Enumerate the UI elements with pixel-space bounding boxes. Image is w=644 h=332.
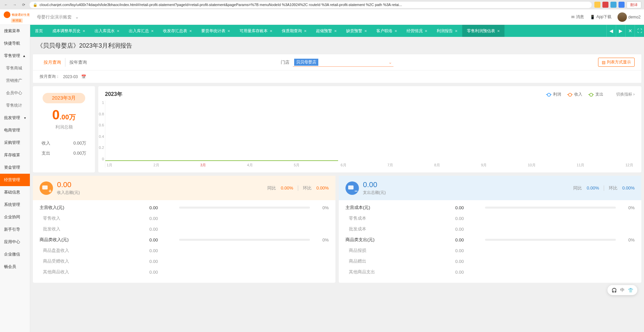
- tab-item[interactable]: 可用量库存账本✕: [235, 25, 277, 37]
- lang-toggle[interactable]: 中: [620, 287, 625, 293]
- sidebar-item[interactable]: 电商管理: [0, 124, 30, 136]
- user-menu[interactable]: demo2: [618, 12, 641, 22]
- tab-item[interactable]: 经营情况✕: [402, 25, 432, 37]
- headset-icon[interactable]: 🎧: [611, 288, 617, 293]
- close-icon[interactable]: ✕: [334, 29, 337, 33]
- url-bar[interactable]: 🔒 cloud.chanjet.com/lisy/u400r74daqxh/lo…: [30, 2, 592, 8]
- tab-item[interactable]: 要货单统计表✕: [197, 25, 235, 37]
- tab-close-all-button[interactable]: ✕: [625, 25, 635, 37]
- income-amount: 0.00: [57, 180, 80, 189]
- close-icon[interactable]: ✕: [304, 29, 307, 33]
- sidebar-item[interactable]: 企业微信: [0, 248, 30, 261]
- tenant-select[interactable]: 母婴行业演示账套 ⌄: [37, 14, 79, 20]
- tab-controls: ◀ ▶ ✕ ⛶: [606, 25, 644, 37]
- message-button[interactable]: ✉ 消息: [571, 14, 584, 20]
- detail-row: 商品受赠收入0.00: [40, 256, 329, 267]
- tab-item[interactable]: 零售利润预估表✕: [462, 25, 504, 37]
- close-icon[interactable]: ✕: [227, 29, 230, 33]
- chart-legend: 利润 收入 支出 切换指标 ›: [546, 92, 635, 97]
- sidebar-item[interactable]: 企业协同: [0, 211, 30, 223]
- sidebar-item[interactable]: 经营管理: [0, 174, 30, 186]
- chart-body[interactable]: 10.80.60.40.20 1月2月3月4月5月6月7月8月9月10月11月1…: [105, 101, 635, 168]
- sidebar-item[interactable]: 搜索菜单: [0, 25, 30, 37]
- close-icon[interactable]: ✕: [425, 29, 427, 33]
- shirt-icon[interactable]: 👕: [628, 288, 633, 293]
- tab-item[interactable]: 超储预警✕: [311, 25, 341, 37]
- close-icon[interactable]: ✕: [364, 29, 367, 33]
- sidebar-item[interactable]: 基础信息: [0, 186, 30, 199]
- fullscreen-button[interactable]: ⛶: [635, 25, 644, 37]
- browser-nav: ← → ⟳: [3, 1, 27, 8]
- switch-indicator[interactable]: 切换指标 ›: [616, 92, 635, 97]
- filter-panel: 按月查询 按年查询 门店 贝贝母婴店 ⌄ ▤ 列表方式显示 按月查询： 202: [33, 54, 641, 83]
- close-icon[interactable]: ✕: [189, 29, 192, 33]
- close-icon[interactable]: ✕: [117, 29, 119, 33]
- download-button[interactable]: 📱 App下载: [590, 14, 611, 20]
- query-date[interactable]: 2023-03: [63, 74, 78, 79]
- sidebar-item[interactable]: 零售统计: [0, 99, 30, 112]
- sidebar-item[interactable]: 会员中心: [0, 87, 30, 99]
- filter-tab-month[interactable]: 按月查询: [40, 58, 65, 67]
- sidebar-item[interactable]: 批发管理▾: [0, 112, 30, 124]
- close-icon[interactable]: ✕: [151, 29, 154, 33]
- close-icon[interactable]: ✕: [394, 29, 397, 33]
- avatar: [618, 12, 627, 22]
- sidebar-item[interactable]: 零售管理▲: [0, 50, 30, 62]
- header-right: ✉ 消息 📱 App下载 demo2: [571, 12, 641, 22]
- float-tools[interactable]: 🎧 中 👕: [607, 285, 637, 295]
- sidebar-item[interactable]: 库存核算: [0, 149, 30, 161]
- reload-button[interactable]: ⟳: [20, 1, 27, 8]
- message-label: 消息: [576, 14, 584, 20]
- extension-icon[interactable]: [619, 2, 625, 8]
- tab-prev-button[interactable]: ◀: [606, 25, 616, 37]
- close-icon[interactable]: ✕: [455, 29, 458, 33]
- tab-item[interactable]: 首页: [30, 25, 48, 37]
- list-view-button[interactable]: ▤ 列表方式显示: [598, 58, 635, 67]
- browser-actions: 翻译: [594, 1, 641, 8]
- extension-icon[interactable]: [594, 2, 600, 8]
- logo[interactable]: 畅捷通好生意 标准版: [3, 11, 30, 23]
- calendar-icon[interactable]: 📅: [81, 74, 86, 79]
- tab-item[interactable]: 保质期查询✕: [277, 25, 311, 37]
- close-icon[interactable]: ✕: [497, 29, 500, 33]
- close-icon[interactable]: ✕: [83, 29, 85, 33]
- detail-row: 主营收入(元)0.000%: [40, 202, 329, 213]
- forward-button[interactable]: →: [11, 1, 18, 8]
- tab-item[interactable]: 客户联络✕: [372, 25, 402, 37]
- tab-item[interactable]: 出入库汇总✕: [124, 25, 158, 37]
- sidebar-item[interactable]: 畅会员: [0, 261, 30, 273]
- sidebar-item[interactable]: 营销推广: [0, 74, 30, 87]
- sidebar-item[interactable]: 快捷导航: [0, 37, 30, 50]
- tab-item[interactable]: 缺货预警✕: [341, 25, 372, 37]
- sidebar-item[interactable]: 采购管理: [0, 136, 30, 149]
- tab-item[interactable]: 收发存汇总表✕: [158, 25, 197, 37]
- tab-item[interactable]: 出入库流水✕: [90, 25, 124, 37]
- legend-profit[interactable]: 利润: [546, 92, 561, 97]
- summary-income: 收入0.00万: [33, 138, 95, 148]
- sidebar-item[interactable]: 应用中心: [0, 236, 30, 248]
- tab-next-button[interactable]: ▶: [616, 25, 625, 37]
- logo-text: 畅捷通好生意: [12, 13, 30, 17]
- tab-item[interactable]: 利润报告✕: [432, 25, 462, 37]
- x-axis: 1月2月3月4月5月6月7月8月9月10月11月12月: [105, 163, 635, 168]
- detail-row: 商品类收入(元)0.000%: [40, 234, 329, 245]
- legend-income[interactable]: 收入: [567, 92, 582, 97]
- sidebar-item[interactable]: 零售商城: [0, 62, 30, 74]
- filter-tab-year[interactable]: 按年查询: [65, 58, 91, 67]
- tab-item[interactable]: 成本调整单历史✕: [48, 25, 90, 37]
- store-value: 贝贝母婴店: [294, 59, 318, 66]
- sidebar-item[interactable]: 资金管理: [0, 161, 30, 174]
- close-icon[interactable]: ✕: [270, 29, 272, 33]
- sidebar-item[interactable]: 系统管理: [0, 199, 30, 211]
- legend-expense[interactable]: 支出: [588, 92, 603, 97]
- summary-expense: 支出0.00万: [33, 148, 95, 158]
- extension-icon[interactable]: [602, 2, 608, 8]
- translate-button[interactable]: 翻译: [627, 1, 641, 8]
- store-select[interactable]: 门店 贝贝母婴店 ⌄: [281, 58, 393, 67]
- sidebar-item[interactable]: 新手引导: [0, 223, 30, 236]
- extension-icon[interactable]: [610, 2, 616, 8]
- chart-title: 2023年: [105, 91, 122, 98]
- expense-icon: [345, 181, 359, 195]
- back-button[interactable]: ←: [3, 1, 9, 8]
- detail-row: 其他商品收入0.00: [40, 267, 329, 277]
